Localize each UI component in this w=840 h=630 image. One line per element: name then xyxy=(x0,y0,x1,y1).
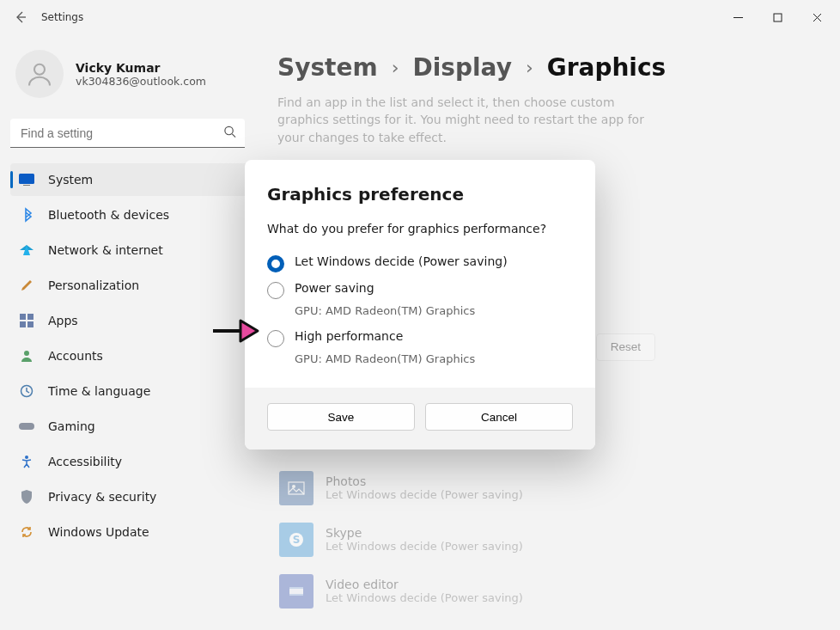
nav-label: Time & language xyxy=(48,384,150,398)
sidebar-item-accounts[interactable]: Accounts xyxy=(10,339,250,372)
sidebar-item-accessibility[interactable]: Accessibility xyxy=(10,445,250,478)
radio-sublabel: GPU: AMD Radeon(TM) Graphics xyxy=(295,352,573,365)
profile-name: Vicky Kumar xyxy=(76,61,206,75)
crumb-display[interactable]: Display xyxy=(412,53,511,82)
bluetooth-icon xyxy=(19,207,34,223)
nav-label: Bluetooth & devices xyxy=(48,208,169,222)
svg-point-9 xyxy=(24,351,29,356)
dialog-title: Graphics preference xyxy=(267,184,573,205)
update-icon xyxy=(19,525,34,539)
nav-label: Windows Update xyxy=(48,525,149,539)
svg-point-15 xyxy=(292,485,295,488)
radio-icon xyxy=(267,330,284,347)
chevron-right-icon: › xyxy=(392,57,399,78)
app-name: Skype xyxy=(326,526,523,540)
nav-label: Privacy & security xyxy=(48,490,156,504)
accounts-icon xyxy=(19,349,34,363)
radio-option-power-saving[interactable]: Power saving xyxy=(267,276,573,303)
minimize-button[interactable] xyxy=(718,3,758,31)
skype-app-icon: S xyxy=(279,523,313,557)
sidebar-item-privacy[interactable]: Privacy & security xyxy=(10,480,250,513)
page-description: Find an app in the list and select it, t… xyxy=(277,82,647,146)
app-pref: Let Windows decide (Power saving) xyxy=(326,540,523,553)
reset-button[interactable]: Reset xyxy=(596,333,655,361)
app-name: Video editor xyxy=(326,578,523,591)
apps-icon xyxy=(19,314,34,327)
svg-rect-5 xyxy=(20,314,26,320)
app-pref: Let Windows decide (Power saving) xyxy=(326,591,523,604)
gaming-icon xyxy=(19,421,34,431)
network-icon xyxy=(19,244,34,256)
app-row-photos[interactable]: Photos Let Windows decide (Power saving) xyxy=(277,462,816,514)
app-title: Settings xyxy=(38,11,83,23)
chevron-right-icon: › xyxy=(526,57,533,78)
window-controls xyxy=(718,3,837,31)
radio-option-auto[interactable]: Let Windows decide (Power saving) xyxy=(267,249,573,276)
svg-point-2 xyxy=(225,126,233,134)
svg-rect-7 xyxy=(20,321,26,327)
photos-app-icon xyxy=(279,471,313,505)
svg-point-12 xyxy=(25,456,28,459)
nav-label: Personalization xyxy=(48,278,139,292)
sidebar-item-network[interactable]: Network & internet xyxy=(10,234,250,266)
radio-label: High performance xyxy=(295,329,403,343)
clock-icon xyxy=(19,384,34,398)
profile-email: vk304836@outlook.com xyxy=(76,75,206,88)
app-row-skype[interactable]: S Skype Let Windows decide (Power saving… xyxy=(277,514,816,566)
sidebar-search xyxy=(10,119,245,148)
sidebar-item-bluetooth[interactable]: Bluetooth & devices xyxy=(10,199,250,231)
nav-label: Apps xyxy=(48,314,78,327)
video-editor-app-icon xyxy=(279,574,313,609)
app-name: Photos xyxy=(326,474,523,488)
svg-rect-20 xyxy=(289,594,303,596)
radio-icon xyxy=(267,255,284,272)
sidebar-item-time[interactable]: Time & language xyxy=(10,375,250,407)
nav-label: System xyxy=(48,173,93,187)
nav-label: Accounts xyxy=(48,349,103,363)
profile-block[interactable]: Vicky Kumar vk304836@outlook.com xyxy=(10,43,250,119)
avatar xyxy=(15,50,64,98)
svg-rect-4 xyxy=(23,185,30,186)
radio-sublabel: GPU: AMD Radeon(TM) Graphics xyxy=(295,304,573,317)
sidebar-item-system[interactable]: System xyxy=(10,163,250,196)
sidebar-item-apps[interactable]: Apps xyxy=(10,304,250,337)
system-icon xyxy=(19,174,34,186)
nav-label: Accessibility xyxy=(48,455,122,468)
nav-label: Network & internet xyxy=(48,243,163,257)
svg-rect-19 xyxy=(289,587,303,589)
sidebar-item-gaming[interactable]: Gaming xyxy=(10,410,250,443)
svg-point-1 xyxy=(34,64,45,75)
search-icon xyxy=(223,125,236,142)
graphics-preference-dialog: Graphics preference What do you prefer f… xyxy=(245,160,595,450)
radio-label: Let Windows decide (Power saving) xyxy=(295,254,508,268)
sidebar: Vicky Kumar vk304836@outlook.com System … xyxy=(0,34,253,630)
close-button[interactable] xyxy=(797,3,837,31)
svg-rect-11 xyxy=(19,423,34,430)
svg-text:S: S xyxy=(293,534,301,546)
maximize-button[interactable] xyxy=(758,3,797,31)
radio-label: Power saving xyxy=(295,281,374,295)
svg-rect-8 xyxy=(27,321,33,327)
svg-rect-0 xyxy=(774,14,782,21)
cancel-button[interactable]: Cancel xyxy=(425,403,573,431)
crumb-system[interactable]: System xyxy=(277,53,378,82)
back-button[interactable] xyxy=(3,0,38,34)
sidebar-item-personalization[interactable]: Personalization xyxy=(10,269,250,302)
radio-option-high-performance[interactable]: High performance xyxy=(267,324,573,351)
svg-rect-3 xyxy=(19,174,34,184)
shield-icon xyxy=(19,490,34,504)
dialog-question: What do you prefer for graphics performa… xyxy=(267,222,573,235)
app-row-videoeditor[interactable]: Video editor Let Windows decide (Power s… xyxy=(277,566,816,617)
svg-rect-6 xyxy=(27,314,33,320)
crumb-graphics: Graphics xyxy=(547,53,667,82)
breadcrumb: System › Display › Graphics xyxy=(277,34,816,82)
sidebar-item-update[interactable]: Windows Update xyxy=(10,516,250,548)
sidebar-search-input[interactable] xyxy=(10,119,245,148)
back-arrow-icon xyxy=(14,10,27,24)
nav-label: Gaming xyxy=(48,419,95,433)
radio-icon xyxy=(267,282,284,299)
accessibility-icon xyxy=(19,455,34,468)
title-bar: Settings xyxy=(0,0,840,34)
save-button[interactable]: Save xyxy=(267,403,415,431)
user-icon xyxy=(24,58,55,89)
